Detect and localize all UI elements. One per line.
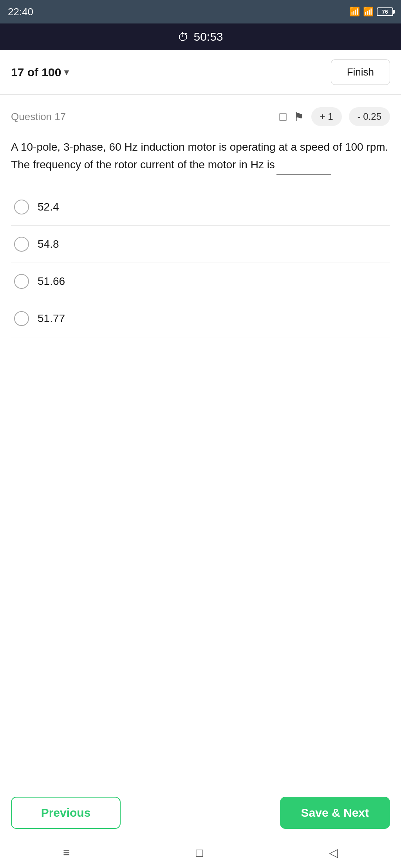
radio-b[interactable] (14, 237, 29, 252)
negative-score-badge: - 0.25 (349, 107, 390, 126)
previous-button[interactable]: Previous (11, 797, 121, 829)
positive-score-badge: + 1 (311, 107, 342, 126)
radio-c[interactable] (14, 274, 29, 289)
question-text: A 10-pole, 3-phase, 60 Hz induction moto… (11, 139, 390, 175)
option-item-a[interactable]: 52.4 (11, 189, 390, 226)
option-text-c: 51.66 (38, 275, 65, 288)
menu-icon[interactable]: ≡ (63, 846, 70, 859)
question-counter[interactable]: 17 of 100 ▾ (11, 66, 69, 79)
option-text-b: 54.8 (38, 238, 59, 250)
back-icon[interactable]: ◁ (329, 846, 338, 859)
radio-d[interactable] (14, 311, 29, 326)
timer-bar: ⏱ 50:53 (0, 23, 401, 50)
save-next-button[interactable]: Save & Next (280, 797, 390, 829)
home-icon[interactable]: □ (196, 846, 203, 859)
question-label: Question 17 (11, 111, 66, 123)
finish-button[interactable]: Finish (331, 59, 390, 85)
question-area: Question 17 □ ⚑ + 1 - 0.25 A 10-pole, 3-… (0, 95, 401, 425)
option-item-d[interactable]: 51.77 (11, 300, 390, 337)
options-list: 52.4 54.8 51.66 51.77 (11, 189, 390, 337)
question-header: Question 17 □ ⚑ + 1 - 0.25 (11, 107, 390, 126)
signal-icon: 📶 (363, 7, 374, 17)
option-item-b[interactable]: 54.8 (11, 226, 390, 263)
timer-icon: ⏱ (178, 31, 189, 43)
option-text-d: 51.77 (38, 312, 65, 325)
radio-a[interactable] (14, 200, 29, 214)
flag-icon[interactable]: ⚑ (294, 110, 304, 124)
counter-text: 17 of 100 (11, 66, 61, 79)
question-actions: □ ⚑ + 1 - 0.25 (279, 107, 390, 126)
option-text-a: 52.4 (38, 201, 59, 213)
wifi-icon: 📶 (349, 7, 360, 17)
status-icons: 📶 📶 76 (349, 7, 393, 17)
status-time: 22:40 (8, 6, 33, 18)
bookmark-icon[interactable]: □ (279, 110, 286, 123)
battery-icon: 76 (377, 7, 393, 16)
timer-display: 50:53 (193, 30, 223, 43)
android-nav-bar: ≡ □ ◁ (0, 837, 401, 868)
bottom-nav: Previous Save & Next (0, 789, 401, 837)
status-bar: 22:40 📶 📶 76 (0, 0, 401, 23)
option-item-c[interactable]: 51.66 (11, 263, 390, 300)
chevron-down-icon: ▾ (64, 67, 69, 77)
quiz-header: 17 of 100 ▾ Finish (0, 50, 401, 95)
